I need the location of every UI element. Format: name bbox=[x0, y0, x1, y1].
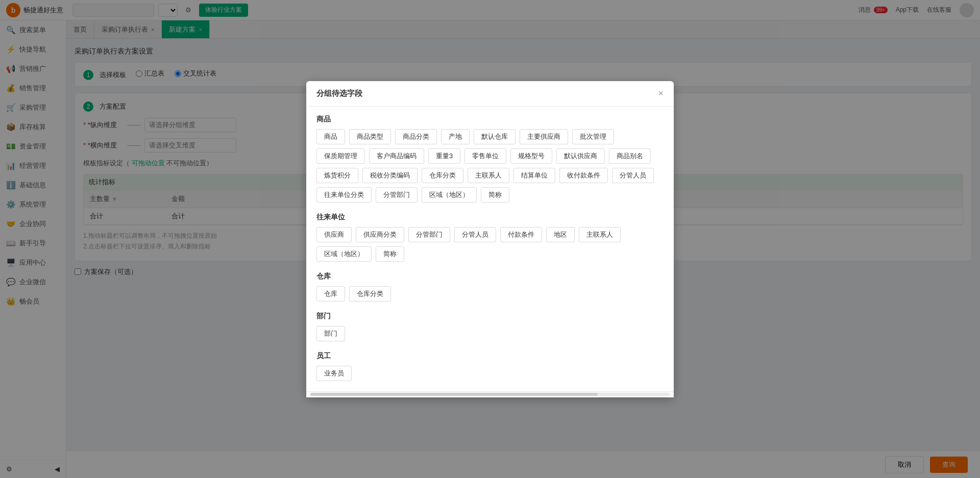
field-tag-0-15[interactable]: 税收分类编码 bbox=[362, 168, 418, 183]
field-tag-0-20[interactable]: 分管人员 bbox=[612, 168, 654, 183]
field-tag-1-5[interactable]: 地区 bbox=[546, 227, 575, 242]
field-tag-4-0[interactable]: 业务员 bbox=[316, 366, 352, 381]
modal: 分组待选字段 × 商品商品商品类型商品分类产地默认仓库主要供应商批次管理保质期管… bbox=[306, 81, 674, 397]
field-tag-0-7[interactable]: 保质期管理 bbox=[316, 148, 365, 164]
field-tag-0-6[interactable]: 批次管理 bbox=[572, 129, 614, 144]
field-tag-0-4[interactable]: 默认仓库 bbox=[474, 129, 516, 144]
field-tag-0-1[interactable]: 商品类型 bbox=[349, 129, 391, 144]
field-tag-0-11[interactable]: 规格型号 bbox=[510, 148, 552, 164]
field-group-title-3: 部门 bbox=[316, 312, 664, 321]
field-tag-0-23[interactable]: 区域（地区） bbox=[422, 187, 477, 203]
field-tag-0-2[interactable]: 商品分类 bbox=[395, 129, 437, 144]
field-tag-0-18[interactable]: 结算单位 bbox=[513, 168, 555, 183]
field-group-1: 往来单位供应商供应商分类分管部门分管人员付款条件地区主联系人区域（地区）简称 bbox=[316, 213, 664, 262]
field-tag-1-4[interactable]: 付款条件 bbox=[500, 227, 542, 242]
field-tag-0-0[interactable]: 商品 bbox=[316, 129, 345, 144]
field-group-title-0: 商品 bbox=[316, 115, 664, 124]
field-tag-2-0[interactable]: 仓库 bbox=[316, 286, 345, 301]
field-tag-0-5[interactable]: 主要供应商 bbox=[520, 129, 568, 144]
field-tag-0-21[interactable]: 往来单位分类 bbox=[316, 187, 372, 203]
field-tag-0-10[interactable]: 零售单位 bbox=[464, 148, 506, 164]
field-group-4: 员工业务员 bbox=[316, 351, 664, 381]
modal-overlay: 分组待选字段 × 商品商品商品类型商品分类产地默认仓库主要供应商批次管理保质期管… bbox=[0, 0, 980, 478]
field-group-title-4: 员工 bbox=[316, 351, 664, 361]
field-tag-1-2[interactable]: 分管部门 bbox=[408, 227, 450, 242]
field-tag-3-0[interactable]: 部门 bbox=[316, 326, 345, 341]
field-tag-0-13[interactable]: 商品别名 bbox=[609, 148, 651, 164]
field-group-2: 仓库仓库仓库分类 bbox=[316, 272, 664, 301]
field-tag-1-6[interactable]: 主联系人 bbox=[579, 227, 621, 242]
modal-title: 分组待选字段 bbox=[316, 89, 362, 98]
field-tag-0-12[interactable]: 默认供应商 bbox=[556, 148, 605, 164]
modal-header: 分组待选字段 × bbox=[306, 81, 674, 107]
field-tag-2-1[interactable]: 仓库分类 bbox=[349, 286, 391, 301]
field-tag-0-17[interactable]: 主联系人 bbox=[468, 168, 509, 183]
field-tag-0-16[interactable]: 仓库分类 bbox=[422, 168, 463, 183]
field-tag-0-14[interactable]: 炼货积分 bbox=[316, 168, 358, 183]
field-tag-0-19[interactable]: 收付款条件 bbox=[559, 168, 608, 183]
field-tags-1: 供应商供应商分类分管部门分管人员付款条件地区主联系人区域（地区）简称 bbox=[316, 227, 664, 262]
field-tag-1-7[interactable]: 区域（地区） bbox=[316, 246, 372, 262]
modal-scrollbar-area[interactable] bbox=[306, 391, 674, 397]
field-tags-2: 仓库仓库分类 bbox=[316, 286, 664, 301]
field-group-title-2: 仓库 bbox=[316, 272, 664, 281]
field-tags-3: 部门 bbox=[316, 326, 664, 341]
modal-body: 商品商品商品类型商品分类产地默认仓库主要供应商批次管理保质期管理客户商品编码重量… bbox=[306, 107, 674, 392]
field-tag-0-24[interactable]: 简称 bbox=[481, 187, 509, 203]
field-tag-0-22[interactable]: 分管部门 bbox=[376, 187, 418, 203]
modal-close-button[interactable]: × bbox=[658, 88, 664, 99]
field-group-3: 部门部门 bbox=[316, 312, 664, 341]
field-group-title-1: 往来单位 bbox=[316, 213, 664, 222]
field-tags-0: 商品商品类型商品分类产地默认仓库主要供应商批次管理保质期管理客户商品编码重量3零… bbox=[316, 129, 664, 203]
field-tag-0-9[interactable]: 重量3 bbox=[428, 148, 460, 164]
field-tag-0-3[interactable]: 产地 bbox=[441, 129, 470, 144]
field-group-0: 商品商品商品类型商品分类产地默认仓库主要供应商批次管理保质期管理客户商品编码重量… bbox=[316, 115, 664, 203]
field-tags-4: 业务员 bbox=[316, 366, 664, 381]
field-tag-1-1[interactable]: 供应商分类 bbox=[356, 227, 404, 242]
field-tag-1-0[interactable]: 供应商 bbox=[316, 227, 352, 242]
field-tag-1-8[interactable]: 简称 bbox=[376, 246, 404, 262]
field-tag-1-3[interactable]: 分管人员 bbox=[454, 227, 496, 242]
field-tag-0-8[interactable]: 客户商品编码 bbox=[369, 148, 424, 164]
